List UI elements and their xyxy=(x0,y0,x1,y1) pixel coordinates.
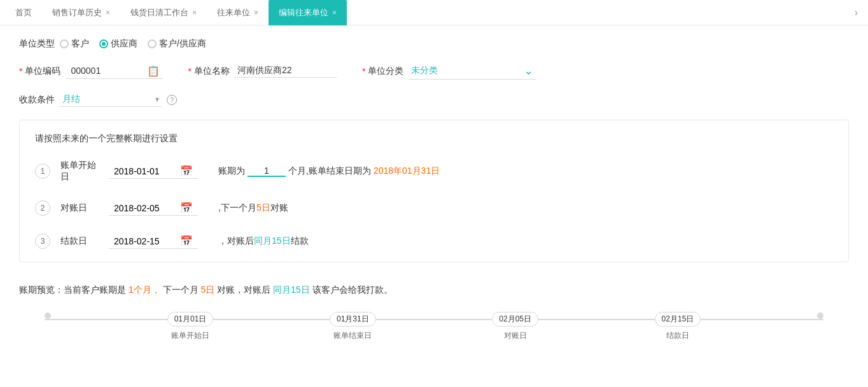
payment-date-calendar-icon[interactable]: 📅 xyxy=(180,235,193,247)
settings-panel: 请按照未来的一个完整帐期进行设置 1 账单开始日 📅 账期为 个月,账单结束日期… xyxy=(19,120,849,262)
timeline-point-3: 02月05日 对账日 xyxy=(492,312,538,341)
unit-category-select[interactable]: 未分类 ⌄ xyxy=(409,62,536,80)
preview-section: 账期预览：当前客户账期是 1个月， 下一个月 5日 对账，对账后 同月15日 该… xyxy=(19,272,849,341)
timeline-start-dot xyxy=(45,313,51,319)
row-num-3: 3 xyxy=(35,234,50,249)
radio-customer[interactable]: 客户 xyxy=(60,38,89,50)
tab-cash-workbench[interactable]: 钱货日清工作台 × xyxy=(120,0,207,25)
unit-type-label: 单位类型 xyxy=(19,38,55,50)
preview-period: 1个月， xyxy=(129,285,160,295)
unit-code-copy-icon[interactable]: 📋 xyxy=(147,65,160,77)
tab-cash-workbench-close[interactable]: × xyxy=(192,8,197,17)
payment-day-highlight: 同月15日 xyxy=(254,236,291,247)
tab-partner-close[interactable]: × xyxy=(254,8,258,17)
period-label: 账期为 xyxy=(218,165,245,177)
timeline-label-4: 结款日 xyxy=(666,330,689,341)
preview-reconcile-text: 对账，对账后 xyxy=(217,285,270,295)
timeline-label-2: 账单结束日 xyxy=(333,330,372,341)
period-input[interactable] xyxy=(248,165,286,177)
reconcile-date-input[interactable] xyxy=(114,203,178,213)
radio-supplier-circle xyxy=(99,39,108,48)
radio-both-label: 客户/供应商 xyxy=(159,38,206,50)
preview-text: 账期预览：当前客户账期是 1个月， 下一个月 5日 对账，对账后 同月15日 该… xyxy=(19,283,849,297)
reconcile-date-calendar-icon[interactable]: 📅 xyxy=(180,202,193,214)
unit-name-input[interactable] xyxy=(235,64,337,78)
tab-partner[interactable]: 往来单位 × xyxy=(207,0,269,25)
tab-edit-partner-close[interactable]: × xyxy=(332,8,337,17)
unit-code-input-wrapper: 📋 xyxy=(66,63,162,79)
payment-row: 3 结款日 📅 ，对账后 同月15日 结款 xyxy=(35,234,833,249)
reconcile-date-input-group: 📅 xyxy=(109,201,198,216)
payment-terms-value: 月结 xyxy=(62,94,150,105)
payment-prefix: ，对账后 xyxy=(218,236,254,247)
radio-both[interactable]: 客户/供应商 xyxy=(148,38,206,50)
row-num-1: 1 xyxy=(35,164,50,179)
start-date-desc: 账期为 个月,账单结束日期为 2018年01月31日 xyxy=(208,165,440,177)
timeline-date-4: 02月15日 xyxy=(655,312,701,327)
payment-terms-help-icon[interactable]: ? xyxy=(167,95,177,105)
timeline-label-1: 账单开始日 xyxy=(171,330,209,341)
account-start-row: 1 账单开始日 📅 账期为 个月,账单结束日期为 2018年01月31日 xyxy=(35,160,833,183)
timeline-container: 01月01日 账单开始日 01月31日 账单结束日 02月05日 对账日 02月… xyxy=(19,312,849,341)
tab-sales-history[interactable]: 销售订单历史 × xyxy=(42,0,120,25)
tab-sales-history-close[interactable]: × xyxy=(106,8,110,17)
row-label-3: 结款日 xyxy=(60,236,99,247)
panel-title: 请按照未来的一个完整帐期进行设置 xyxy=(35,133,833,144)
unit-code-required: * xyxy=(19,66,22,76)
tab-home[interactable]: 首页 xyxy=(5,0,42,25)
unit-name-group: * 单位名称 xyxy=(188,64,336,78)
timeline-date-1: 01月01日 xyxy=(167,312,214,327)
start-date-calendar-icon[interactable]: 📅 xyxy=(180,165,193,177)
preview-prefix: 账期预览：当前客户账期是 xyxy=(19,285,126,295)
tab-partner-label: 往来单位 xyxy=(217,7,250,18)
timeline-label-3: 对账日 xyxy=(504,330,527,341)
start-date-input[interactable] xyxy=(114,166,178,176)
preview-payment-day: 同月15日 xyxy=(273,285,310,295)
unit-code-group: * 单位编码 📋 xyxy=(19,63,162,79)
radio-customer-circle xyxy=(60,39,69,48)
unit-category-value: 未分类 xyxy=(411,65,524,76)
tab-edit-partner-label: 编辑往来单位 xyxy=(279,7,328,18)
reconcile-day-highlight: 5日 xyxy=(256,202,270,214)
unit-category-required: * xyxy=(362,66,365,76)
timeline-point-4: 02月15日 结款日 xyxy=(655,312,701,341)
reconcile-suffix: 对账 xyxy=(270,202,288,214)
row-label-1: 账单开始日 xyxy=(60,160,99,183)
unit-category-group: * 单位分类 未分类 ⌄ xyxy=(362,62,536,80)
tab-edit-partner[interactable]: 编辑往来单位 × xyxy=(269,0,347,25)
tab-home-label: 首页 xyxy=(15,7,32,18)
payment-terms-label: 收款条件 xyxy=(19,94,55,106)
unit-category-arrow-icon: ⌄ xyxy=(524,64,533,78)
timeline-date-3: 02月05日 xyxy=(492,312,538,327)
row-label-2: 对账日 xyxy=(60,202,99,214)
timeline-end-dot xyxy=(817,313,823,319)
preview-middle: 下一个月 xyxy=(163,285,199,295)
tab-more-button[interactable]: › xyxy=(850,7,863,18)
payment-terms-select[interactable]: 月结 ▾ xyxy=(60,92,162,107)
preview-suffix: 该客户会给我打款。 xyxy=(312,285,393,295)
unit-type-row: 单位类型 客户 供应商 客户/供应商 xyxy=(19,38,849,50)
payment-terms-group: 收款条件 月结 ▾ ? xyxy=(19,92,177,107)
end-date-highlight: 2018年01月31日 xyxy=(374,165,440,177)
payment-date-input-group: 📅 xyxy=(109,234,198,249)
unit-type-group: 单位类型 客户 供应商 客户/供应商 xyxy=(19,38,206,50)
radio-supplier[interactable]: 供应商 xyxy=(99,38,137,50)
unit-category-label: 单位分类 xyxy=(368,66,403,77)
reconcile-row: 2 对账日 📅 ,下一个月 5日 对账 xyxy=(35,201,833,216)
reconcile-desc: ,下一个月 5日 对账 xyxy=(208,202,288,214)
start-date-input-group: 📅 xyxy=(109,164,198,179)
unit-info-row: * 单位编码 📋 * 单位名称 * 单位分类 未分类 ⌄ xyxy=(19,62,849,80)
payment-suffix: 结款 xyxy=(291,236,309,247)
radio-group: 客户 供应商 客户/供应商 xyxy=(60,38,206,50)
radio-supplier-label: 供应商 xyxy=(111,38,137,50)
tab-cash-workbench-label: 钱货日清工作台 xyxy=(130,7,188,18)
timeline-point-1: 01月01日 账单开始日 xyxy=(167,312,214,341)
preview-reconcile-day: 5日 xyxy=(200,285,214,295)
unit-name-label: 单位名称 xyxy=(194,66,230,77)
timeline-start-endpoint xyxy=(45,312,51,319)
unit-code-input[interactable] xyxy=(68,64,144,77)
payment-date-input[interactable] xyxy=(114,236,178,246)
unit-name-required: * xyxy=(188,66,191,76)
timeline-end-endpoint xyxy=(817,312,823,319)
main-content: 单位类型 客户 供应商 客户/供应商 * 单位编码 xyxy=(0,25,868,387)
